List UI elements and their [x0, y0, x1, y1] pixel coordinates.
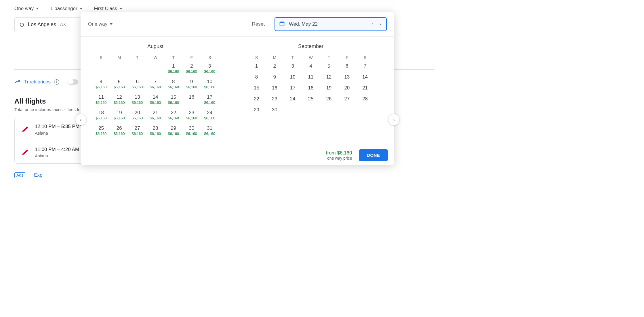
- calendar-day[interactable]: 28: [356, 96, 374, 102]
- trip-type-dropdown[interactable]: One way: [14, 6, 39, 12]
- calendar-day[interactable]: 14: [356, 74, 374, 81]
- info-icon[interactable]: i: [54, 79, 59, 85]
- calendar-day[interactable]: 2: [266, 63, 284, 70]
- calendar-day[interactable]: 29$6,160: [164, 125, 182, 136]
- calendar-day[interactable]: 15$6,160: [164, 94, 182, 105]
- day-number: 27: [135, 125, 140, 131]
- day-price: $6,160: [110, 101, 128, 105]
- calendar-day[interactable]: 19$6,160: [110, 109, 128, 121]
- calendar-day[interactable]: 7: [356, 63, 374, 70]
- calendar-day[interactable]: 4: [302, 63, 320, 70]
- day-number: 19: [117, 110, 122, 115]
- calendar-day[interactable]: 2$6,160: [182, 63, 201, 74]
- calendar-day[interactable]: 8: [247, 74, 266, 81]
- calendar-day[interactable]: 18$6,160: [92, 109, 110, 121]
- day-price: $6,160: [128, 85, 146, 89]
- calendar-day[interactable]: 11$6,160: [92, 94, 110, 105]
- day-price: $6,160: [146, 132, 165, 136]
- calendar-day[interactable]: 23$6,160: [182, 109, 201, 121]
- day-price: $6,160: [164, 70, 182, 74]
- track-prices-toggle[interactable]: [68, 79, 78, 85]
- passengers-dropdown[interactable]: 1 passenger: [50, 6, 83, 12]
- day-number: 18: [308, 85, 314, 91]
- calendar-day[interactable]: 5: [320, 63, 338, 70]
- calendar-day[interactable]: 21: [356, 85, 374, 91]
- calendar-day[interactable]: 9: [266, 74, 284, 81]
- calendar-day[interactable]: 8$6,160: [164, 78, 182, 90]
- next-month-button[interactable]: ›: [388, 114, 399, 125]
- done-button[interactable]: DONE: [359, 149, 388, 161]
- calendar-day[interactable]: 1: [247, 63, 266, 70]
- calendar-day[interactable]: 19: [320, 85, 338, 91]
- calendar-day[interactable]: 5$6,160: [110, 78, 128, 90]
- calendar-day[interactable]: 12: [320, 74, 338, 81]
- reset-button[interactable]: Reset: [252, 21, 265, 27]
- calendar-day[interactable]: 22$6,160: [164, 109, 182, 121]
- calendar-day[interactable]: 10: [284, 74, 302, 81]
- calendar-day[interactable]: 24$6,160: [201, 109, 219, 121]
- calendar-day[interactable]: 6: [338, 63, 356, 70]
- calendar-day[interactable]: 3$6,160: [201, 63, 219, 74]
- calendar-day[interactable]: 13: [338, 74, 356, 81]
- calendar-day[interactable]: 9$6,160: [182, 78, 201, 90]
- calendar-day[interactable]: 12$6,160: [110, 94, 128, 105]
- calendar-day[interactable]: 4$6,160: [92, 78, 110, 90]
- day-price: $6,160: [146, 85, 165, 89]
- next-day-button[interactable]: ›: [378, 22, 382, 27]
- calendar-day[interactable]: 31$6,160: [201, 125, 219, 136]
- ads-link[interactable]: Exp: [34, 172, 42, 178]
- calendar-day[interactable]: 28$6,160: [146, 125, 165, 136]
- weekday-label: F: [182, 55, 201, 60]
- calendar-day[interactable]: 7$6,160: [146, 78, 165, 90]
- from-price-sub: one way price: [326, 156, 352, 161]
- calendar-day[interactable]: 29: [247, 106, 266, 113]
- calendar-day[interactable]: 16: [266, 85, 284, 91]
- chevron-down-icon: [110, 23, 113, 25]
- day-number: 9: [190, 79, 193, 84]
- calendar-day[interactable]: 30$6,160: [182, 125, 201, 136]
- calendar-day[interactable]: 17$6,160: [201, 94, 219, 105]
- weekday-label: S: [92, 55, 110, 60]
- calendar-day[interactable]: 18: [302, 85, 320, 91]
- calendar-day[interactable]: 15: [247, 85, 266, 91]
- day-number: 12: [117, 94, 122, 100]
- calendar-day[interactable]: 16: [182, 94, 201, 105]
- day-number: 4: [100, 79, 102, 84]
- calendar-day[interactable]: 10$6,160: [201, 78, 219, 90]
- calendar-day[interactable]: 21$6,160: [146, 109, 165, 121]
- cabin-dropdown[interactable]: First Class: [94, 6, 122, 12]
- calendar-day[interactable]: 1$6,160: [164, 63, 182, 74]
- calendar-day[interactable]: 24: [284, 96, 302, 102]
- calendar-day[interactable]: 3: [284, 63, 302, 70]
- airline-logo-icon: [20, 147, 30, 157]
- calendar-day[interactable]: 17: [284, 85, 302, 91]
- calendar-day[interactable]: 27: [338, 96, 356, 102]
- calendar-day[interactable]: 14$6,160: [146, 94, 165, 105]
- calendar-day[interactable]: 6$6,160: [128, 78, 146, 90]
- calendar-day[interactable]: 20: [338, 85, 356, 91]
- calendar-day[interactable]: 22: [247, 96, 266, 102]
- selected-date-field[interactable]: Wed, May 22 ‹ ›: [275, 17, 387, 31]
- flight-times: 12:10 PM – 5:35 PM+1: [35, 123, 83, 129]
- calendar-day[interactable]: 11: [302, 74, 320, 81]
- day-price: $6,160: [146, 116, 165, 120]
- day-number: 21: [153, 110, 158, 115]
- calendar-day[interactable]: 23: [266, 96, 284, 102]
- day-price: $6,160: [128, 101, 146, 105]
- prev-month-button[interactable]: ‹: [75, 114, 86, 125]
- calendar-day[interactable]: 26: [320, 96, 338, 102]
- calendar-day[interactable]: 30: [266, 106, 284, 113]
- calendar-day[interactable]: 25: [302, 96, 320, 102]
- calendar-day[interactable]: 27$6,160: [128, 125, 146, 136]
- selected-date-text: Wed, May 22: [289, 21, 366, 27]
- day-price: $6,160: [128, 116, 146, 120]
- prev-day-button[interactable]: ‹: [370, 22, 374, 27]
- calendar-day[interactable]: 26$6,160: [110, 125, 128, 136]
- day-price: $6,160: [164, 85, 182, 89]
- weekday-label: T: [284, 55, 302, 60]
- picker-trip-type-dropdown[interactable]: One way: [88, 21, 113, 27]
- day-price: $6,160: [182, 85, 201, 89]
- calendar-day[interactable]: 13$6,160: [128, 94, 146, 105]
- calendar-day[interactable]: 20$6,160: [128, 109, 146, 121]
- calendar-day[interactable]: 25$6,160: [92, 125, 110, 136]
